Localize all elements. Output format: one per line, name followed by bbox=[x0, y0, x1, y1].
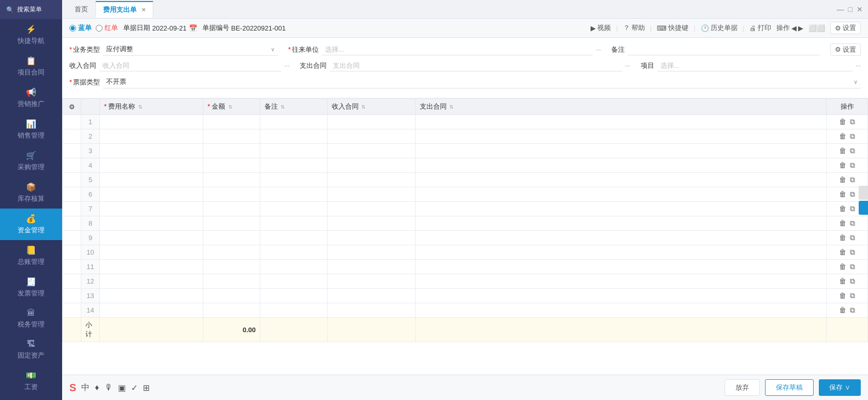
col-amount[interactable]: * 金额 ⇅ bbox=[203, 99, 260, 115]
row-amount[interactable] bbox=[203, 144, 260, 158]
delete-row-icon[interactable]: 🗑 bbox=[839, 248, 846, 256]
delete-row-icon[interactable]: 🗑 bbox=[839, 306, 846, 314]
discard-button[interactable]: 放弃 bbox=[725, 379, 760, 396]
row-remark[interactable] bbox=[260, 303, 328, 318]
row-income-contract[interactable] bbox=[328, 202, 416, 216]
settings-btn[interactable]: ⚙ 设置 bbox=[830, 22, 861, 34]
blue-bill-radio[interactable] bbox=[69, 25, 76, 32]
row-expense-name[interactable] bbox=[100, 115, 203, 129]
sidebar-item-payroll[interactable]: 💵 工资 bbox=[0, 365, 62, 397]
col-expense-name[interactable]: * 费用名称 ⇅ bbox=[100, 99, 203, 115]
row-income-contract[interactable] bbox=[328, 129, 416, 144]
tab-expense[interactable]: 费用支出单 × bbox=[96, 1, 153, 18]
row-amount[interactable] bbox=[203, 115, 260, 129]
right-tab-2[interactable] bbox=[859, 201, 868, 215]
copy-row-icon[interactable]: ⧉ bbox=[850, 161, 855, 169]
footer-icon-grid[interactable]: ▣ bbox=[118, 383, 126, 393]
blue-bill-label[interactable]: 蓝单 bbox=[69, 23, 92, 33]
row-amount[interactable] bbox=[203, 245, 260, 260]
col-expense-contract[interactable]: 支出合同 ⇅ bbox=[416, 99, 827, 115]
row-remark[interactable] bbox=[260, 144, 328, 158]
row-expense-name[interactable] bbox=[100, 289, 203, 303]
row-remark[interactable] bbox=[260, 216, 328, 231]
copy-row-icon[interactable]: ⧉ bbox=[850, 146, 855, 155]
calendar-icon[interactable]: 📅 bbox=[189, 24, 197, 32]
col-settings[interactable]: ⚙ bbox=[63, 99, 81, 115]
row-expense-contract[interactable] bbox=[416, 202, 827, 216]
expense-contract-more[interactable]: ··· bbox=[625, 62, 630, 69]
red-bill-label[interactable]: 红单 bbox=[96, 23, 118, 33]
history-btn[interactable]: 🕐 历史单据 bbox=[701, 23, 738, 33]
row-remark[interactable] bbox=[260, 158, 328, 173]
footer-icon-diamond[interactable]: ♦ bbox=[95, 383, 99, 392]
copy-row-icon[interactable]: ⧉ bbox=[850, 306, 855, 314]
footer-icon-mic[interactable]: 🎙 bbox=[105, 383, 113, 392]
row-expense-name[interactable] bbox=[100, 173, 203, 187]
sidebar-item-project-contract[interactable]: 📋 项目合同 bbox=[0, 51, 62, 82]
row-expense-contract[interactable] bbox=[416, 231, 827, 245]
partner-more-icon[interactable]: ··· bbox=[596, 46, 601, 53]
copy-row-icon[interactable]: ⧉ bbox=[850, 262, 855, 271]
row-amount[interactable] bbox=[203, 173, 260, 187]
right-tab-1[interactable] bbox=[859, 186, 868, 200]
sidebar-item-quick-nav[interactable]: ⚡ 快捷导航 bbox=[0, 19, 62, 51]
footer-icon-zhong[interactable]: 中 bbox=[81, 382, 90, 393]
row-income-contract[interactable] bbox=[328, 216, 416, 231]
sort-amount[interactable]: ⇅ bbox=[228, 104, 232, 110]
row-amount[interactable] bbox=[203, 129, 260, 144]
help-btn[interactable]: ？ 帮助 bbox=[623, 23, 645, 33]
row-amount[interactable] bbox=[203, 187, 260, 202]
row-expense-contract[interactable] bbox=[416, 115, 827, 129]
sort-remark[interactable]: ⇅ bbox=[281, 104, 285, 110]
sidebar-item-invoice[interactable]: 🧾 发票管理 bbox=[0, 272, 62, 303]
sidebar-item-sales[interactable]: 📊 销售管理 bbox=[0, 114, 62, 145]
row-income-contract[interactable] bbox=[328, 289, 416, 303]
delete-row-icon[interactable]: 🗑 bbox=[839, 175, 846, 184]
tab-close-icon[interactable]: × bbox=[142, 6, 146, 13]
delete-row-icon[interactable]: 🗑 bbox=[839, 277, 846, 285]
row-amount[interactable] bbox=[203, 260, 260, 274]
income-contract-more[interactable]: ··· bbox=[284, 62, 289, 69]
row-amount[interactable] bbox=[203, 202, 260, 216]
sort-expense-contract[interactable]: ⇅ bbox=[449, 104, 453, 110]
delete-row-icon[interactable]: 🗑 bbox=[839, 190, 846, 198]
row-remark[interactable] bbox=[260, 260, 328, 274]
delete-row-icon[interactable]: 🗑 bbox=[839, 262, 846, 271]
income-contract-input[interactable] bbox=[99, 60, 281, 71]
sidebar-item-capital[interactable]: 💰 资金管理 bbox=[0, 209, 62, 240]
row-expense-name[interactable] bbox=[100, 245, 203, 260]
delete-row-icon[interactable]: 🗑 bbox=[839, 132, 846, 140]
row-expense-contract[interactable] bbox=[416, 289, 827, 303]
row-remark[interactable] bbox=[260, 274, 328, 289]
project-input[interactable] bbox=[657, 60, 852, 71]
row-expense-name[interactable] bbox=[100, 202, 203, 216]
row-remark[interactable] bbox=[260, 129, 328, 144]
row-expense-name[interactable] bbox=[100, 129, 203, 144]
row-income-contract[interactable] bbox=[328, 260, 416, 274]
minimize-icon[interactable]: — bbox=[837, 5, 844, 13]
row-income-contract[interactable] bbox=[328, 158, 416, 173]
row-income-contract[interactable] bbox=[328, 115, 416, 129]
row-expense-contract[interactable] bbox=[416, 216, 827, 231]
delete-row-icon[interactable]: 🗑 bbox=[839, 291, 846, 300]
row-amount[interactable] bbox=[203, 303, 260, 318]
row-remark[interactable] bbox=[260, 187, 328, 202]
sidebar-item-tax[interactable]: 🏛 税务管理 bbox=[0, 303, 62, 334]
row-expense-contract[interactable] bbox=[416, 274, 827, 289]
partner-input[interactable] bbox=[322, 44, 593, 55]
copy-row-icon[interactable]: ⧉ bbox=[850, 277, 855, 285]
row-remark[interactable] bbox=[260, 245, 328, 260]
project-more[interactable]: ··· bbox=[856, 62, 861, 69]
copy-row-icon[interactable]: ⧉ bbox=[850, 233, 855, 242]
delete-row-icon[interactable]: 🗑 bbox=[839, 204, 846, 213]
copy-row-icon[interactable]: ⧉ bbox=[850, 291, 855, 300]
sidebar-item-inventory[interactable]: 📦 库存核算 bbox=[0, 177, 62, 209]
copy-row-icon[interactable]: ⧉ bbox=[850, 117, 855, 126]
col-income-contract[interactable]: 收入合同 ⇅ bbox=[328, 99, 416, 115]
col-settings-icon[interactable]: ⚙ bbox=[69, 103, 75, 111]
nav-prev-icon[interactable]: ◀ bbox=[791, 24, 797, 32]
copy-row-icon[interactable]: ⧉ bbox=[850, 219, 855, 227]
row-expense-name[interactable] bbox=[100, 144, 203, 158]
row-expense-contract[interactable] bbox=[416, 129, 827, 144]
row-expense-name[interactable] bbox=[100, 158, 203, 173]
